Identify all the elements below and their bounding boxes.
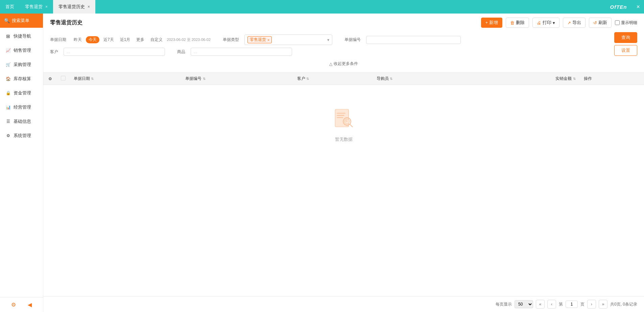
date-yesterday[interactable]: 昨天: [72, 36, 84, 43]
th-checkbox: [57, 73, 70, 85]
sidebar-item-inventory[interactable]: 🏠 库存核算: [0, 72, 43, 86]
table-wrap: ⚙ 单据日期 ⇅ 单据编号 ⇅: [43, 73, 644, 296]
table-settings-icon[interactable]: ⚙: [48, 76, 52, 81]
customer-select[interactable]: ...: [64, 48, 165, 56]
print-button[interactable]: 🖨 打印 ▾: [532, 18, 559, 28]
export-icon: ↗: [567, 20, 571, 25]
sort-voucher-date-icon[interactable]: ⇅: [91, 77, 94, 81]
tab-list: 首页 零售退货 × 零售退货历史 ×: [0, 0, 610, 14]
page-header: 零售退货历史 + 新增 🗑 删除 🖨 打印 ▾ ↗ 导出: [43, 14, 644, 73]
sidebar-item-purchase[interactable]: 🛒 采购管理: [0, 58, 43, 72]
th-operation-label: 操作: [584, 76, 592, 81]
select-all-checkbox[interactable]: [61, 76, 66, 81]
setting-button[interactable]: 设置: [614, 45, 637, 56]
commodity-label: 商品: [177, 49, 185, 55]
date-range-text: 2023-06-02 至 2023-06-02: [167, 37, 211, 42]
date-more[interactable]: 更多: [134, 36, 146, 43]
th-guide-label: 导购员: [377, 76, 389, 81]
th-guide[interactable]: 导购员 ⇅: [373, 73, 468, 85]
empty-state: 暂无数据: [43, 85, 644, 163]
purchase-icon: 🛒: [5, 62, 11, 67]
th-voucher-date[interactable]: 单据日期 ⇅: [70, 73, 181, 85]
collapse-label: 收起更多条件: [334, 61, 358, 67]
th-voucher-number[interactable]: 单据编号 ⇅: [181, 73, 293, 85]
tab-retail-return[interactable]: 零售退货 ×: [20, 0, 53, 14]
purchase-label: 采购管理: [14, 62, 31, 68]
voucher-type-tag: 零售退货 ×: [247, 36, 272, 43]
query-button[interactable]: 查询: [614, 32, 637, 43]
page-size-select[interactable]: 10 20 50 100: [515, 300, 533, 308]
header-actions: + 新增 🗑 删除 🖨 打印 ▾ ↗ 导出 ↺: [481, 18, 637, 28]
sort-customer-icon[interactable]: ⇅: [306, 77, 309, 81]
date-1month[interactable]: 近1月: [118, 36, 133, 43]
voucher-type-label: 单据类型: [223, 37, 239, 43]
filter-row-1: 单据日期 昨天 今天 近7天 近1月 更多 自定义 2023-06-02 至 2…: [50, 35, 637, 45]
tab-retail-return-close[interactable]: ×: [45, 4, 48, 9]
sidebar-bottom: ⚙ ◀: [0, 297, 43, 312]
date-7days[interactable]: 近7天: [101, 36, 116, 43]
first-page-button[interactable]: «: [536, 300, 545, 309]
sidebar-item-finance[interactable]: 🔒 资金管理: [0, 86, 43, 100]
collapse-button[interactable]: △ 收起更多条件: [325, 60, 362, 68]
page-number-input[interactable]: [566, 300, 578, 308]
last-page-button[interactable]: »: [599, 300, 607, 309]
tab-retail-return-history[interactable]: 零售退货历史 ×: [53, 0, 95, 14]
top-bar: 首页 零售退货 × 零售退货历史 × OfTEn ×: [0, 0, 644, 14]
delete-button[interactable]: 🗑 删除: [506, 18, 529, 28]
voucher-number-input[interactable]: [366, 36, 461, 44]
th-actual-amount[interactable]: 实销金额 ⇅: [468, 73, 579, 85]
main-content: 零售退货历史 + 新增 🗑 删除 🖨 打印 ▾ ↗ 导出: [43, 14, 644, 312]
tab-home[interactable]: 首页: [0, 0, 20, 14]
window-close-button[interactable]: ×: [632, 0, 644, 14]
prev-page-button[interactable]: ‹: [547, 300, 556, 309]
show-detail-checkbox[interactable]: [615, 20, 620, 25]
filter-area: 单据日期 昨天 今天 近7天 近1月 更多 自定义 2023-06-02 至 2…: [50, 31, 637, 72]
sidebar-collapse-button[interactable]: ◀: [28, 302, 32, 308]
quick-nav-icon: ⊞: [5, 34, 11, 39]
table-area: ⚙ 单据日期 ⇅ 单据编号 ⇅: [43, 73, 644, 312]
page-title-row: 零售退货历史 + 新增 🗑 删除 🖨 打印 ▾ ↗ 导出: [50, 18, 637, 28]
sidebar-gear-button[interactable]: ⚙: [11, 302, 16, 308]
sort-voucher-number-icon[interactable]: ⇅: [203, 77, 206, 81]
voucher-type-value: 零售退货: [250, 37, 266, 43]
new-button[interactable]: + 新增: [481, 18, 502, 28]
th-customer-label: 客户: [297, 76, 305, 81]
next-page-button[interactable]: ›: [587, 300, 596, 309]
sort-actual-amount-icon[interactable]: ⇅: [573, 77, 576, 81]
sidebar-search[interactable]: 🔍 搜索菜单: [0, 14, 43, 28]
voucher-type-tag-close[interactable]: ×: [267, 38, 269, 42]
date-today[interactable]: 今天: [86, 36, 99, 43]
tab-retail-return-label: 零售退货: [25, 4, 43, 10]
empty-text: 暂无数据: [335, 136, 353, 142]
filter-row-2: 客户 ... 商品 ...: [50, 48, 637, 56]
sort-guide-icon[interactable]: ⇅: [390, 77, 392, 81]
th-settings[interactable]: ⚙: [43, 73, 57, 85]
sidebar-item-basic-info[interactable]: ☰ 基础信息: [0, 114, 43, 129]
th-customer[interactable]: 客户 ⇅: [293, 73, 373, 85]
delete-icon: 🗑: [510, 20, 515, 25]
refresh-button[interactable]: ↺ 刷新: [589, 18, 612, 28]
commodity-select[interactable]: ...: [191, 48, 292, 56]
voucher-number-label: 单据编号: [344, 37, 361, 43]
brand-label: OfTEn: [610, 4, 627, 10]
sidebar-item-quick-nav[interactable]: ⊞ 快捷导航: [0, 29, 43, 43]
collapse-icon: △: [329, 62, 332, 66]
date-custom[interactable]: 自定义: [148, 36, 165, 43]
sidebar: 🔍 搜索菜单 ⊞ 快捷导航 📈 销售管理 🛒 采购管理 🏠 库存核算 🔒: [0, 14, 43, 312]
show-detail-label: 显示明细: [621, 20, 637, 26]
refresh-label: 刷新: [598, 20, 607, 26]
tab-retail-return-history-close[interactable]: ×: [88, 4, 90, 9]
sidebar-item-system[interactable]: ⚙ 系统管理: [0, 129, 43, 143]
topbar-right: OfTEn: [610, 4, 632, 10]
export-button[interactable]: ↗ 导出: [563, 18, 586, 28]
voucher-type-dropdown-icon: ▾: [327, 38, 329, 42]
operations-icon: 📊: [5, 105, 11, 110]
voucher-type-select[interactable]: 零售退货 × ▾: [244, 35, 332, 45]
sidebar-item-operations[interactable]: 📊 经营管理: [0, 100, 43, 114]
th-operation: 操作: [580, 73, 644, 85]
sidebar-item-sales[interactable]: 📈 销售管理: [0, 43, 43, 58]
operations-label: 经营管理: [14, 104, 31, 110]
show-detail-toggle[interactable]: 显示明细: [615, 20, 637, 26]
search-icon: 🔍: [4, 18, 10, 23]
system-label: 系统管理: [14, 133, 31, 139]
